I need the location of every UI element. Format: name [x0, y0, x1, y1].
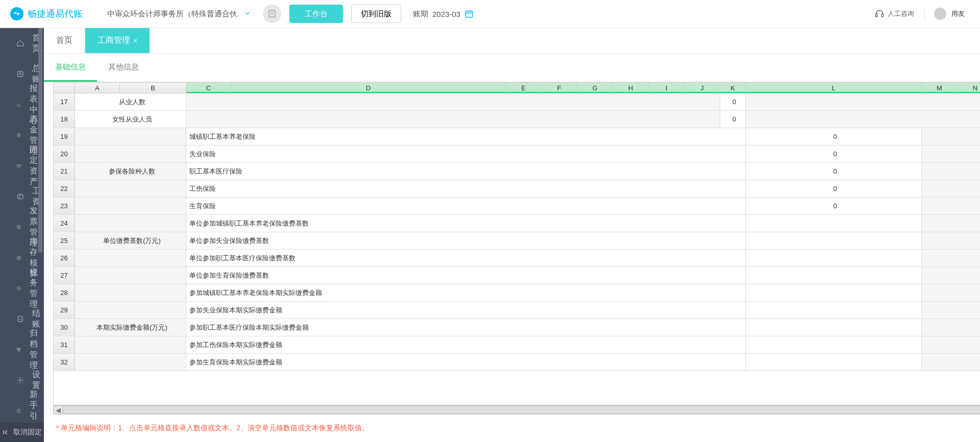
cell[interactable]	[922, 215, 980, 232]
cell[interactable]	[746, 111, 980, 128]
value-cell[interactable]: 0	[720, 111, 746, 128]
row-label[interactable]: 单位缴费基数(万元)	[75, 232, 186, 249]
cell[interactable]	[186, 93, 720, 110]
value-cell[interactable]	[746, 267, 922, 284]
consult-button[interactable]: 人工咨询	[874, 9, 914, 19]
cell[interactable]	[746, 93, 980, 110]
value-cell[interactable]: 0	[746, 163, 922, 180]
value-cell[interactable]: 0	[746, 145, 922, 162]
notes-icon[interactable]	[263, 5, 281, 23]
row-header[interactable]: 17	[54, 93, 75, 110]
row-label[interactable]	[75, 284, 186, 301]
row-header[interactable]: 19	[54, 128, 75, 145]
cell[interactable]: 单位参加生育保险缴费基数	[186, 267, 746, 284]
scroll-left-icon[interactable]: ◀	[54, 406, 63, 414]
row-label[interactable]: 本期实际缴费金额(万元)	[75, 319, 186, 336]
cell[interactable]	[922, 163, 980, 180]
col-header-N[interactable]: N	[958, 83, 980, 93]
sub-tab-其他信息[interactable]: 其他信息	[97, 54, 150, 82]
value-cell[interactable]	[746, 319, 922, 336]
row-label[interactable]: 女性从业人员	[75, 111, 186, 128]
cell[interactable]	[922, 302, 980, 318]
col-header-F[interactable]: F	[542, 83, 577, 93]
cell[interactable]: 职工基本医疗保险	[186, 163, 746, 180]
calendar-icon[interactable]	[464, 9, 474, 18]
col-header-H[interactable]: H	[613, 83, 649, 93]
col-header-I[interactable]: I	[649, 83, 684, 93]
cell[interactable]: 参加生育保险本期实际缴费金额	[186, 354, 746, 371]
col-header-G[interactable]: G	[577, 83, 613, 93]
horizontal-scrollbar[interactable]: ◀ ▶	[53, 405, 980, 414]
cell[interactable]: 参加工伤保险本期实际缴费金额	[186, 336, 746, 353]
value-cell[interactable]	[746, 284, 922, 301]
cell[interactable]	[922, 145, 980, 162]
cell[interactable]: 单位参加城镇职工基本养老保险缴费基数	[186, 215, 746, 232]
tab-工商管理[interactable]: 工商管理×	[85, 28, 150, 53]
cell[interactable]	[186, 111, 720, 128]
value-cell[interactable]: 0	[746, 128, 922, 145]
col-header-C[interactable]: C	[186, 83, 231, 93]
cell[interactable]: 单位参加职工基本医疗保险缴费基数	[186, 250, 746, 266]
row-header[interactable]: 29	[54, 302, 75, 318]
row-header[interactable]: 28	[54, 284, 75, 301]
cell[interactable]: 参加城镇职工基本养老保险本期实际缴费金额	[186, 284, 746, 301]
value-cell[interactable]	[746, 302, 922, 318]
cell[interactable]: 工伤保险	[186, 180, 746, 197]
cell[interactable]	[922, 250, 980, 266]
row-header[interactable]: 25	[54, 232, 75, 249]
value-cell[interactable]: 0	[746, 180, 922, 197]
col-header-M[interactable]: M	[922, 83, 958, 93]
cell[interactable]	[922, 128, 980, 145]
sidebar-item-guide[interactable]: 新手引导	[0, 396, 44, 423]
col-header-E[interactable]: E	[506, 83, 542, 93]
cell[interactable]: 参加职工基本医疗保险本期实际缴费金额	[186, 319, 746, 336]
corner-cell[interactable]	[54, 83, 75, 93]
old-version-button[interactable]: 切到旧版	[351, 5, 401, 23]
sub-tab-基础信息[interactable]: 基础信息	[44, 54, 97, 82]
value-cell[interactable]: 0	[746, 198, 922, 214]
col-header-A[interactable]: A	[75, 83, 120, 93]
row-label[interactable]	[75, 250, 186, 266]
row-header[interactable]: 21	[54, 163, 75, 180]
col-header-D[interactable]: D	[231, 83, 506, 93]
row-header[interactable]: 18	[54, 111, 75, 128]
cell[interactable]: 失业保险	[186, 145, 746, 162]
value-cell[interactable]	[746, 232, 922, 249]
row-label[interactable]: 从业人数	[75, 93, 186, 110]
row-label[interactable]	[75, 145, 186, 162]
cell[interactable]	[922, 354, 980, 371]
cell[interactable]	[922, 336, 980, 353]
workbench-button[interactable]: 工作台	[289, 5, 343, 23]
row-label[interactable]	[75, 267, 186, 284]
value-cell[interactable]	[746, 336, 922, 353]
cell[interactable]: 城镇职工基本养老保险	[186, 128, 746, 145]
row-label[interactable]	[75, 215, 186, 232]
cell[interactable]: 参加失业保险本期实际缴费金额	[186, 302, 746, 318]
row-label[interactable]	[75, 128, 186, 145]
row-label[interactable]	[75, 354, 186, 371]
cell[interactable]	[922, 267, 980, 284]
row-header[interactable]: 26	[54, 250, 75, 266]
row-header[interactable]: 20	[54, 145, 75, 162]
cell[interactable]: 单位参加失业保险缴费基数	[186, 232, 746, 249]
row-header[interactable]: 32	[54, 354, 75, 371]
company-selector[interactable]: 中审众环会计师事务所（特殊普通合伙...	[100, 9, 259, 19]
user-menu[interactable]: 用友	[934, 8, 965, 20]
value-cell[interactable]	[746, 250, 922, 266]
cell[interactable]: 生育保险	[186, 198, 746, 214]
row-header[interactable]: 23	[54, 198, 75, 214]
sidebar-scrollbar[interactable]	[38, 28, 42, 253]
row-label[interactable]	[75, 198, 186, 214]
cell[interactable]	[922, 232, 980, 249]
row-header[interactable]: 24	[54, 215, 75, 232]
row-label[interactable]	[75, 180, 186, 197]
row-header[interactable]: 31	[54, 336, 75, 353]
row-label[interactable]	[75, 302, 186, 318]
sidebar-item-tax[interactable]: 税务管理	[0, 273, 44, 304]
close-icon[interactable]: ×	[133, 37, 137, 45]
value-cell[interactable]	[746, 215, 922, 232]
period-value[interactable]: 2023-03	[432, 10, 460, 18]
cell[interactable]	[922, 319, 980, 336]
sidebar-item-asset[interactable]: 固定资产	[0, 151, 44, 181]
row-label[interactable]: 参保各险种人数	[75, 163, 186, 180]
